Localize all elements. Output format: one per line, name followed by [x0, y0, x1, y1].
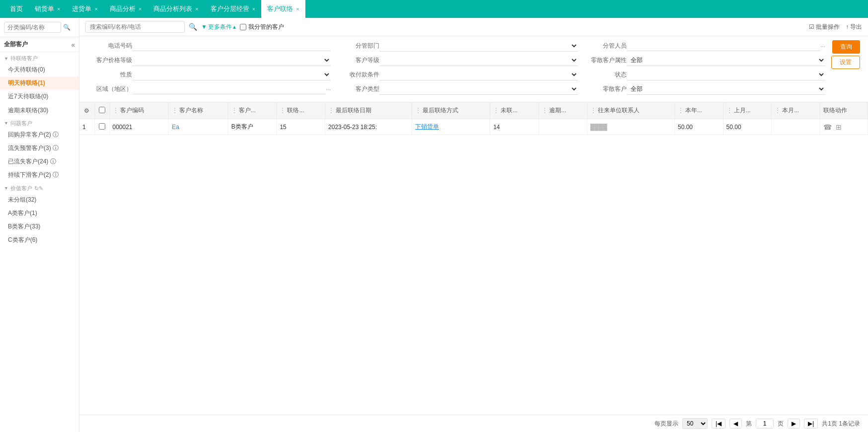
- cell-name[interactable]: Ea: [169, 119, 228, 135]
- region-input[interactable]: [132, 84, 326, 94]
- table-row: 1 000021 Ea B类客户 15 2023-05-23 18:25: 下销…: [79, 119, 868, 135]
- sidebar-a-class[interactable]: A类客户(1): [0, 207, 79, 220]
- nav-sales-order-close[interactable]: ×: [57, 6, 60, 12]
- total-records-label: 共1页 1条记录: [822, 420, 860, 428]
- group-label-pending: 待联络客户: [0, 52, 79, 63]
- col-last-contact-method[interactable]: 最后联络方式: [412, 102, 490, 119]
- nav-product-analysis-list[interactable]: 商品分析列表 ×: [147, 0, 204, 18]
- col-last-month[interactable]: 上月...: [723, 102, 772, 119]
- prev-page-button[interactable]: ◀: [729, 419, 742, 429]
- col-settings[interactable]: ⚙: [79, 102, 94, 119]
- my-customers-checkbox[interactable]: [240, 24, 246, 30]
- sidebar-declining[interactable]: 持续下滑客户(2) ⓘ: [0, 168, 79, 182]
- filter-row-1: 电话号码 分管部门: [87, 40, 825, 52]
- sidebar-today-contact[interactable]: 今天待联络(0): [0, 63, 79, 76]
- filter-customer-type: 客户类型: [335, 83, 578, 95]
- my-customers-checkbox-label[interactable]: 我分管的客户: [240, 23, 284, 31]
- cell-contact-count: 15: [277, 119, 325, 135]
- last-page-button[interactable]: ▶|: [804, 419, 818, 429]
- customers-table: ⚙ 客户编码 客户名称 客户... 联络... 最后联络日期 最后联络方式 未联…: [79, 102, 868, 135]
- region-more-icon[interactable]: ···: [326, 86, 331, 93]
- filter-price-level: 客户价格等级: [87, 55, 331, 66]
- status-select[interactable]: [627, 69, 825, 80]
- more-conditions-button[interactable]: ▼ 更多条件 ▴: [201, 23, 236, 31]
- sidebar-search-icon[interactable]: 🔍: [63, 24, 71, 31]
- price-level-select[interactable]: [132, 55, 331, 66]
- filter-status: 状态: [582, 69, 825, 80]
- person-input[interactable]: [627, 41, 820, 51]
- filter-icon: ▼: [201, 23, 207, 30]
- col-name[interactable]: 客户名称: [169, 102, 228, 119]
- cell-last-contact-date: 2023-05-23 18:25:: [325, 119, 412, 135]
- col-last-contact-date[interactable]: 最后联络日期: [325, 102, 412, 119]
- filter-row-4: 区域（地区） ··· 客户类型: [87, 83, 825, 95]
- cell-code: 000021: [109, 119, 169, 135]
- filter-retail-attr: 零散客户属性 全部: [582, 55, 825, 66]
- nav-customer-contact[interactable]: 客户联络 ×: [261, 0, 305, 18]
- sidebar-tomorrow-contact[interactable]: 明天待联络(1): [0, 76, 79, 90]
- col-this-month[interactable]: 本月...: [772, 102, 820, 119]
- search-input[interactable]: [85, 21, 185, 33]
- content-area: 🔍 ▼ 更多条件 ▴ 我分管的客户 ☑ 批量操作 ↑ 导出: [79, 18, 868, 432]
- query-button[interactable]: 查询: [832, 40, 860, 54]
- right-actions: ☑ 批量操作 ↑ 导出: [809, 23, 862, 31]
- export-button[interactable]: ↑ 导出: [846, 23, 862, 31]
- col-this-year[interactable]: 本年...: [674, 102, 723, 119]
- customer-level-select[interactable]: [379, 55, 578, 66]
- retail-customer-select[interactable]: 全部: [627, 83, 825, 95]
- col-uncontacted[interactable]: 未联...: [490, 102, 539, 119]
- next-page-button[interactable]: ▶: [788, 419, 800, 429]
- nav-purchase-order[interactable]: 进货单 ×: [66, 0, 103, 18]
- col-contact-count[interactable]: 联络...: [277, 102, 325, 119]
- page-number-input[interactable]: [756, 419, 774, 429]
- sidebar-7days-contact[interactable]: 近7天待联络(0): [0, 90, 79, 103]
- reset-button[interactable]: 设置: [831, 56, 860, 69]
- nav-product-analysis-list-close[interactable]: ×: [195, 6, 198, 12]
- sidebar-churn-warning[interactable]: 流失预警客户(3) ⓘ: [0, 142, 79, 155]
- nav-customer-tier-close[interactable]: ×: [252, 6, 255, 12]
- retail-attr-select[interactable]: 全部: [627, 55, 825, 66]
- select-all-checkbox[interactable]: [99, 107, 105, 113]
- nav-customer-tier[interactable]: 客户分层经营 ×: [205, 0, 261, 18]
- col-overdue[interactable]: 逾期...: [539, 102, 587, 119]
- person-more-icon[interactable]: ···: [820, 43, 825, 50]
- nav-product-analysis[interactable]: 商品分析 ×: [104, 0, 147, 18]
- nav-customer-contact-close[interactable]: ×: [296, 6, 299, 12]
- phone-input[interactable]: [132, 41, 331, 51]
- sidebar-abnormal-repurchase[interactable]: 回购异常客户(2) ⓘ: [0, 128, 79, 142]
- filter-region: 区域（地区） ···: [87, 84, 331, 94]
- payment-select[interactable]: [379, 69, 578, 80]
- sidebar-search-input[interactable]: [4, 22, 61, 33]
- cell-contact-person: ████: [587, 119, 674, 135]
- last-contact-link[interactable]: 下销货单: [415, 123, 439, 130]
- sidebar-ungrouped[interactable]: 未分组(32): [0, 193, 79, 207]
- col-type[interactable]: 客户...: [228, 102, 277, 119]
- row-checkbox[interactable]: [99, 123, 105, 130]
- sidebar-b-class[interactable]: B类客户(33): [0, 220, 79, 233]
- sidebar-c-class[interactable]: C类客户(6): [0, 233, 79, 247]
- search-button[interactable]: 🔍: [189, 23, 197, 31]
- department-select[interactable]: [379, 40, 578, 52]
- nav-sales-order[interactable]: 销货单 ×: [29, 0, 66, 18]
- cell-last-contact-method[interactable]: 下销货单: [412, 119, 490, 135]
- customer-type-select[interactable]: [379, 83, 578, 95]
- page-suffix-label: 页: [778, 420, 784, 428]
- nav-home[interactable]: 首页: [4, 0, 29, 18]
- sidebar-churned[interactable]: 已流失客户(24) ⓘ: [0, 155, 79, 168]
- first-page-button[interactable]: |◀: [712, 419, 725, 429]
- action-phone-icon[interactable]: ☎: [823, 123, 832, 131]
- filter-row-2: 客户价格等级 客户等级: [87, 55, 825, 66]
- top-nav: 首页 销货单 × 进货单 × 商品分析 × 商品分析列表 × 客户分层经营 × …: [0, 0, 868, 18]
- nature-select[interactable]: [132, 69, 331, 80]
- all-customers-header[interactable]: 全部客户 «: [0, 37, 79, 52]
- page-size-select[interactable]: 50 100 200: [682, 418, 708, 429]
- col-contact-person[interactable]: 往来单位联系人: [587, 102, 674, 119]
- filter-nature: 性质: [87, 69, 331, 80]
- filter-retail-customer: 零散客户 全部: [582, 83, 825, 95]
- nav-purchase-order-close[interactable]: ×: [94, 6, 97, 12]
- sidebar-overdue-contact[interactable]: 逾期未联络(30): [0, 104, 79, 117]
- action-more-icon[interactable]: ⊞: [836, 123, 842, 131]
- nav-product-analysis-close[interactable]: ×: [139, 6, 142, 12]
- col-code[interactable]: 客户编码: [109, 102, 169, 119]
- batch-operation-button[interactable]: ☑ 批量操作: [809, 23, 840, 31]
